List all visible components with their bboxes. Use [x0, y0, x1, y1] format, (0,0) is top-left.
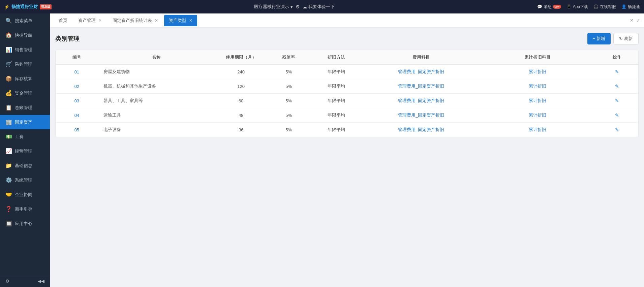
sidebar-item-search[interactable]: 🔍 搜索菜单	[0, 13, 50, 28]
sidebar-item-label: 快捷导航	[15, 32, 32, 38]
brand-name: 畅捷通好业财	[11, 4, 38, 10]
edit-icon[interactable]: ✎	[615, 84, 619, 89]
sidebar: 🔍 搜索菜单 🏠 快捷导航 📊 销售管理 🛒 采购管理 📦 库存核算 💰 资金管…	[0, 13, 50, 287]
cell-action: ✎	[596, 65, 638, 79]
inventory-icon: 📦	[5, 75, 12, 82]
table-row: 02 机器、机械和其他生产设备 120 5% 年限平均 管理费用_固定资产折旧 …	[56, 79, 638, 94]
sidebar-item-inventory[interactable]: 📦 库存核算	[0, 71, 50, 86]
sidebar-item-guide[interactable]: ❓ 新手引导	[0, 202, 50, 216]
sidebar-item-finance[interactable]: 💰 资金管理	[0, 86, 50, 100]
user-icon: 👤	[621, 4, 626, 9]
cell-residual: 5%	[268, 65, 310, 79]
basics-icon: 📁	[5, 162, 12, 169]
sidebar-item-payroll[interactable]: 💵 工资	[0, 129, 50, 144]
tab-depreciation[interactable]: 固定资产折旧统计表✕	[108, 15, 163, 26]
sidebar-item-collab[interactable]: 🤝 企业协同	[0, 187, 50, 202]
sidebar-item-system[interactable]: ⚙️ 系统管理	[0, 173, 50, 187]
main-layout: 🔍 搜索菜单 🏠 快捷导航 📊 销售管理 🛒 采购管理 📦 库存核算 💰 资金管…	[0, 13, 644, 287]
tab-label: 资产类型	[169, 18, 186, 24]
cell-period: 48	[215, 108, 268, 123]
cell-residual: 5%	[268, 108, 310, 123]
col-header-expense: 费用科目	[363, 50, 480, 65]
try-label: 我要体验一下	[308, 4, 335, 10]
cell-action: ✎	[596, 79, 638, 94]
username-label: 畅捷通	[628, 4, 640, 10]
phone-icon: 📱	[566, 4, 572, 9]
notification-badge: 99+	[553, 5, 561, 9]
edit-icon[interactable]: ✎	[615, 127, 619, 132]
collapse-icon[interactable]: ◀◀	[38, 279, 44, 284]
edit-icon[interactable]: ✎	[615, 113, 619, 118]
cell-period: 240	[215, 65, 268, 79]
sidebar-item-purchase[interactable]: 🛒 采购管理	[0, 57, 50, 71]
cell-expense: 管理费用_固定资产折旧	[363, 79, 480, 94]
notification-item[interactable]: 💬 消息 99+	[537, 4, 561, 10]
cell-period: 36	[215, 123, 268, 137]
sidebar-item-label: 资金管理	[15, 90, 32, 96]
add-button[interactable]: + 新增	[587, 33, 611, 44]
cell-action: ✎	[596, 108, 638, 123]
sidebar-item-basics[interactable]: 📁 基础信息	[0, 158, 50, 173]
payroll-icon: 💵	[5, 133, 12, 140]
cell-accum: 累计折旧	[479, 108, 596, 123]
sidebar-item-label: 库存核算	[15, 76, 32, 82]
tab-bar: 首页资产管理✕固定资产折旧统计表✕资产类型✕ ✕ ⤢	[50, 13, 644, 28]
cell-action: ✎	[596, 123, 638, 137]
cell-expense: 管理费用_固定资产折旧	[363, 94, 480, 108]
try-button[interactable]: ☁ 我要体验一下	[303, 4, 335, 10]
edit-icon[interactable]: ✎	[615, 98, 619, 103]
sidebar-item-fixed[interactable]: 🏢 固定资产	[0, 115, 50, 129]
gear-settings-icon[interactable]: ⚙	[5, 279, 9, 284]
table-container: 编号名称使用期限（月）残值率折旧方法费用科目累计折旧科目操作 01 房屋及建筑物…	[55, 50, 639, 137]
sidebar-item-operations[interactable]: 📈 经营管理	[0, 144, 50, 158]
tab-close-icon[interactable]: ✕	[155, 18, 158, 23]
cell-name: 器具、工具、家具等	[98, 94, 215, 108]
tab-label: 首页	[59, 18, 67, 24]
top-header: ⚡ 畅捷通好业财 普及版 医疗器械行业演示 ▾ ⚙ ☁ 我要体验一下 💬 消息 …	[0, 0, 644, 13]
cell-method: 年限平均	[310, 65, 363, 79]
header-left: ⚡ 畅捷通好业财 普及版	[4, 4, 52, 10]
page-header: 类别管理 + 新增 ↻ 刷新	[55, 33, 639, 44]
tab-assets[interactable]: 资产管理✕	[73, 15, 106, 26]
industry-dropdown[interactable]: 医疗器械行业演示 ▾	[254, 4, 293, 10]
refresh-button[interactable]: ↻ 刷新	[613, 33, 639, 44]
brand-version: 普及版	[40, 4, 52, 9]
cell-action: ✎	[596, 94, 638, 108]
tab-close-icon[interactable]: ✕	[189, 18, 192, 23]
cell-residual: 5%	[268, 123, 310, 137]
online-support-label: 在线客服	[600, 4, 616, 10]
ledger-icon: 📋	[5, 104, 12, 111]
cell-code: 05	[56, 123, 98, 137]
table-body: 01 房屋及建筑物 240 5% 年限平均 管理费用_固定资产折旧 累计折旧 ✎…	[56, 65, 638, 137]
finance-icon: 💰	[5, 90, 12, 96]
header-center: 医疗器械行业演示 ▾ ⚙ ☁ 我要体验一下	[254, 4, 335, 10]
sidebar-item-sales[interactable]: 📊 销售管理	[0, 42, 50, 57]
close-window-icon[interactable]: ✕	[630, 18, 634, 23]
tab-close-icon[interactable]: ✕	[98, 18, 102, 23]
brand-logo: ⚡ 畅捷通好业财 普及版	[4, 4, 52, 10]
tab-label: 固定资产折旧统计表	[113, 18, 152, 24]
sidebar-item-label: 总账管理	[15, 105, 32, 111]
edit-icon[interactable]: ✎	[615, 69, 619, 74]
sidebar-item-appcenter[interactable]: 🔲 应用中心	[0, 216, 50, 231]
user-item[interactable]: 👤 畅捷通	[621, 4, 640, 10]
expand-window-icon[interactable]: ⤢	[636, 18, 640, 23]
sidebar-footer: ⚙ ◀◀	[0, 275, 50, 287]
sidebar-item-label: 采购管理	[15, 61, 32, 67]
settings-gear-button[interactable]: ⚙	[296, 4, 300, 9]
cell-expense: 管理费用_固定资产折旧	[363, 123, 480, 137]
header-right: 💬 消息 99+ 📱 App下载 🎧 在线客服 👤 畅捷通	[537, 4, 640, 10]
sidebar-item-label: 新手引导	[15, 206, 32, 212]
sidebar-item-quicknav[interactable]: 🏠 快捷导航	[0, 28, 50, 42]
tab-label: 资产管理	[78, 18, 96, 24]
sidebar-item-ledger[interactable]: 📋 总账管理	[0, 100, 50, 115]
dropdown-arrow-icon: ▾	[290, 4, 293, 9]
quicknav-icon: 🏠	[5, 32, 12, 38]
tab-assettype[interactable]: 资产类型✕	[164, 15, 197, 26]
online-support-item[interactable]: 🎧 在线客服	[593, 4, 616, 10]
sidebar-item-label: 销售管理	[15, 47, 32, 53]
app-download-item[interactable]: 📱 App下载	[566, 4, 588, 10]
cell-period: 60	[215, 94, 268, 108]
tab-home[interactable]: 首页	[54, 15, 72, 26]
cell-method: 年限平均	[310, 94, 363, 108]
